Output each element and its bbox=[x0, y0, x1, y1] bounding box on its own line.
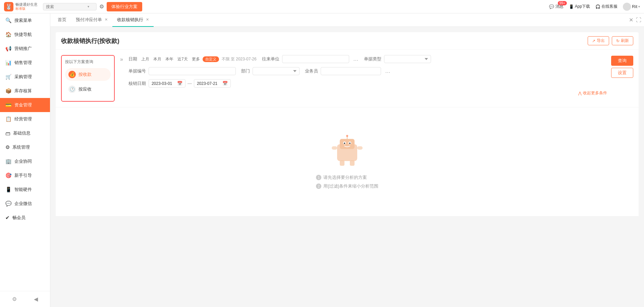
solution-button[interactable]: 体验行业方案 bbox=[107, 2, 142, 11]
empty-hint-2: 2 用[过滤]条件来缩小分析范围 bbox=[316, 183, 378, 189]
sidebar: 🔍 搜索菜单 🏠 快捷导航 📢 营销推广 📊 销售管理 🛒 采购管理 📦 库存核… bbox=[0, 13, 50, 307]
empty-hint-1: 1 请先选择要分析的方案 bbox=[316, 174, 378, 181]
sidebar-item-vip[interactable]: ✔ 畅会员 bbox=[0, 211, 50, 225]
sidebar-item-marketing[interactable]: 📢 营销推广 bbox=[0, 42, 50, 56]
system-icon: ⚙ bbox=[5, 144, 10, 150]
receivable-icon: 🕐 bbox=[68, 86, 76, 93]
enterprise-icon: 🏢 bbox=[5, 158, 12, 164]
message-button[interactable]: 💬 消息 99+ bbox=[549, 4, 564, 9]
verify-date-from[interactable]: 2023-03-01 📅 bbox=[149, 79, 185, 88]
gear-icon[interactable]: ⚙ bbox=[99, 3, 104, 10]
counterpart-more-icon[interactable]: … bbox=[353, 56, 359, 62]
tab-receipt-close[interactable]: ✕ bbox=[146, 17, 149, 22]
empty-robot-svg bbox=[327, 134, 367, 168]
date-7days-btn[interactable]: 近7天 bbox=[176, 56, 189, 63]
headset-icon: 🎧 bbox=[595, 4, 600, 9]
app-download-button[interactable]: 📱 App下载 bbox=[569, 4, 590, 9]
refresh-icon: ↻ bbox=[616, 39, 620, 43]
receipt-icon: 💰 bbox=[68, 71, 76, 78]
step-2-badge: 2 bbox=[316, 184, 321, 189]
collapse-icon: ⋀ bbox=[578, 91, 582, 96]
purchase-icon: 🛒 bbox=[5, 74, 12, 80]
empty-state: 1 请先选择要分析的方案 2 用[过滤]条件来缩小分析范围 bbox=[56, 107, 639, 216]
topbar: 🐰 畅捷通好生意 标准版 ▾ ⚙ 体验行业方案 💬 消息 99+ 📱 App下载… bbox=[0, 0, 644, 13]
sidebar-item-finance[interactable]: 💳 资金管理 bbox=[0, 98, 50, 112]
filter-scheme-panel: 按以下方案查询 💰 按收款 🕐 按应收 bbox=[61, 55, 115, 102]
logo-area: 🐰 畅捷通好生意 标准版 bbox=[4, 2, 38, 11]
date-this-month-btn[interactable]: 本月 bbox=[152, 56, 163, 63]
sidebar-item-system[interactable]: ⚙ 系统管理 bbox=[0, 140, 50, 154]
svg-rect-9 bbox=[357, 146, 363, 150]
billtype-select[interactable] bbox=[384, 55, 431, 63]
sidebar-bottom: ⚙ ◀ bbox=[0, 291, 50, 307]
tab-home[interactable]: 首页 bbox=[53, 13, 71, 27]
tab-prepay-close[interactable]: ✕ bbox=[105, 17, 108, 22]
sidebar-item-shortcut[interactable]: 🏠 快捷导航 bbox=[0, 28, 50, 42]
query-button[interactable]: 查询 bbox=[611, 56, 633, 66]
home-icon: 🏠 bbox=[5, 32, 12, 38]
sidebar-item-enterprise[interactable]: 🏢 企业协同 bbox=[0, 154, 50, 168]
tab-prepay[interactable]: 预付冲应付单 ✕ bbox=[71, 13, 112, 27]
sidebar-item-hardware[interactable]: 📱 智能硬件 bbox=[0, 183, 50, 197]
svg-point-4 bbox=[344, 143, 345, 144]
filter-staff-field: 业务员 … bbox=[305, 67, 390, 75]
sidebar-item-search[interactable]: 🔍 搜索菜单 bbox=[0, 13, 50, 28]
dept-select[interactable] bbox=[253, 67, 300, 75]
filter-panel: 按以下方案查询 💰 按收款 🕐 按应收 » bbox=[56, 50, 639, 107]
close-window-icon[interactable]: ✕ bbox=[629, 17, 633, 23]
date-more-btn[interactable]: 更多 bbox=[191, 56, 201, 63]
search-area[interactable]: ▾ bbox=[43, 3, 97, 10]
calendar-to-icon[interactable]: 📅 bbox=[222, 81, 228, 86]
calendar-from-icon[interactable]: 📅 bbox=[177, 81, 182, 86]
expand-window-icon[interactable]: ⛶ bbox=[636, 17, 641, 23]
filter-collapse-arrow[interactable]: » bbox=[119, 55, 124, 102]
search-input[interactable] bbox=[46, 4, 86, 9]
date-quick-buttons: 上月 本月 本年 近7天 更多 自定义 bbox=[140, 56, 219, 63]
user-menu[interactable]: Rit ▾ bbox=[623, 3, 640, 11]
setting-button[interactable]: 设置 bbox=[611, 68, 633, 78]
wechat-icon: 💬 bbox=[5, 201, 12, 207]
sidebar-item-operations[interactable]: 📋 经营管理 bbox=[0, 112, 50, 126]
app-logo: 🐰 bbox=[4, 2, 13, 11]
svg-rect-8 bbox=[332, 146, 337, 150]
brand-name: 畅捷通好生意 标准版 bbox=[15, 2, 38, 11]
refresh-button[interactable]: ↻ 刷新 bbox=[612, 36, 633, 45]
date-last-month-btn[interactable]: 上月 bbox=[140, 56, 151, 63]
page-header: 收款核销执行(按收款) ↗ 导出 ↻ 刷新 bbox=[56, 32, 639, 49]
export-button[interactable]: ↗ 导出 bbox=[588, 36, 609, 45]
sidebar-item-wechat[interactable]: 💬 企业微信 bbox=[0, 197, 50, 211]
online-service-button[interactable]: 🎧 在线客服 bbox=[595, 4, 618, 9]
filter-option-by-receipt[interactable]: 💰 按收款 bbox=[65, 68, 111, 81]
tab-receipt[interactable]: 收款核销执行 ✕ bbox=[112, 13, 154, 27]
filter-row-3: 核销日期 2023-03-01 📅 — 2023-07-21 bbox=[128, 79, 607, 88]
sidebar-collapse-icon[interactable]: ◀ bbox=[33, 295, 39, 304]
billno-input[interactable] bbox=[149, 67, 236, 75]
collapse-more-btn[interactable]: ⋀ 收起更多条件 bbox=[128, 88, 607, 96]
sidebar-settings-icon[interactable]: ⚙ bbox=[11, 295, 18, 304]
billtype-label: 单据类型 bbox=[364, 56, 381, 62]
date-this-year-btn[interactable]: 本年 bbox=[164, 56, 175, 63]
date-custom-badge[interactable]: 自定义 bbox=[203, 56, 219, 62]
sidebar-item-purchase[interactable]: 🛒 采购管理 bbox=[0, 70, 50, 84]
export-icon: ↗ bbox=[592, 39, 595, 43]
sidebar-item-sales[interactable]: 📊 销售管理 bbox=[0, 56, 50, 70]
filter-date-field: 日期 上月 本月 本年 近7天 更多 自定义 不 bbox=[128, 56, 257, 63]
sidebar-item-inventory[interactable]: 📦 库存核算 bbox=[0, 84, 50, 98]
svg-point-5 bbox=[349, 143, 351, 144]
sidebar-item-guide[interactable]: 🎯 新手引导 bbox=[0, 168, 50, 183]
counterpart-input[interactable] bbox=[282, 55, 349, 63]
staff-input[interactable] bbox=[321, 67, 381, 75]
filter-row-1: 日期 上月 本月 本年 近7天 更多 自定义 不 bbox=[128, 55, 607, 63]
svg-point-11 bbox=[346, 135, 348, 137]
sidebar-item-basic[interactable]: 🗃 基础信息 bbox=[0, 126, 50, 140]
guide-icon: 🎯 bbox=[5, 172, 12, 178]
staff-more-icon[interactable]: … bbox=[385, 68, 390, 74]
verify-date-to[interactable]: 2023-07-21 📅 bbox=[194, 79, 231, 88]
verify-date-label: 核销日期 bbox=[128, 81, 146, 87]
chevron-down-icon: ▾ bbox=[88, 5, 89, 8]
filter-dept-field: 部门 bbox=[241, 67, 300, 75]
dept-label: 部门 bbox=[241, 68, 250, 74]
filter-option-by-receivable[interactable]: 🕐 按应收 bbox=[65, 83, 111, 96]
operations-icon: 📋 bbox=[5, 116, 12, 122]
svg-rect-6 bbox=[340, 160, 344, 166]
